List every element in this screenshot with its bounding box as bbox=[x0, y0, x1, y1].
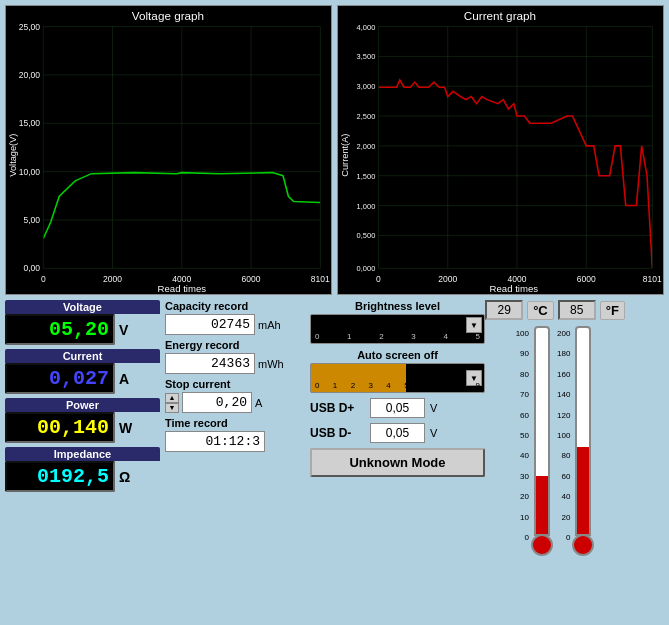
svg-text:25,00: 25,00 bbox=[19, 22, 41, 32]
impedance-metric: Impedance 0192,5 Ω bbox=[5, 447, 160, 492]
center-panel: Brightness level ▼ 0 1 2 3 4 5 Auto scre… bbox=[310, 300, 485, 620]
fahrenheit-bulb bbox=[572, 534, 594, 556]
spinner-down[interactable]: ▼ bbox=[165, 403, 179, 413]
svg-text:0,00: 0,00 bbox=[24, 264, 41, 274]
svg-text:8101: 8101 bbox=[311, 274, 330, 284]
stop-current-label: Stop current bbox=[165, 378, 305, 390]
right-panel: °C °F 100 90 80 70 60 50 40 bbox=[490, 300, 620, 620]
usb-dminus-input[interactable] bbox=[370, 423, 425, 443]
celsius-fill bbox=[536, 476, 548, 534]
celsius-thermometer: 100 90 80 70 60 50 40 30 20 10 0 bbox=[516, 326, 553, 556]
usb-dminus-unit: V bbox=[430, 427, 437, 439]
capacity-label: Capacity record bbox=[165, 300, 305, 312]
capacity-input[interactable] bbox=[165, 314, 255, 335]
svg-text:6000: 6000 bbox=[577, 274, 596, 284]
power-metric: Power 00,140 W bbox=[5, 398, 160, 443]
voltage-metric: Voltage 05,20 V bbox=[5, 300, 160, 345]
celsius-tube bbox=[534, 326, 550, 536]
svg-text:0: 0 bbox=[41, 274, 46, 284]
main-container: Voltage graph Voltage(V) 25,00 2 bbox=[0, 0, 669, 625]
svg-text:15,00: 15,00 bbox=[19, 118, 41, 128]
current-graph-container: Current graph Current(A) 4,000 3 bbox=[337, 5, 664, 295]
svg-text:2,000: 2,000 bbox=[357, 142, 376, 151]
celsius-input[interactable] bbox=[485, 300, 523, 320]
svg-text:6000: 6000 bbox=[242, 274, 261, 284]
svg-text:0: 0 bbox=[376, 274, 381, 284]
brightness-label: Brightness level bbox=[310, 300, 485, 312]
brightness-group: Brightness level ▼ 0 1 2 3 4 5 bbox=[310, 300, 485, 344]
left-panel: Voltage 05,20 V Current 0,027 A Power 00… bbox=[5, 300, 160, 620]
graphs-section: Voltage graph Voltage(V) 25,00 2 bbox=[0, 0, 669, 295]
svg-text:Read times: Read times bbox=[490, 283, 539, 294]
auto-screen-group: Auto screen off ▼ 0 1 2 3 4 5 6 7 8 9 bbox=[310, 349, 485, 393]
current-graph-title: Current graph bbox=[464, 11, 536, 23]
usb-dplus-row: USB D+ V bbox=[310, 398, 485, 418]
impedance-label: Impedance bbox=[5, 447, 160, 461]
stop-current-unit: A bbox=[255, 397, 262, 409]
svg-text:1,500: 1,500 bbox=[357, 172, 376, 181]
current-label: Current bbox=[5, 349, 160, 363]
auto-screen-slider[interactable]: ▼ 0 1 2 3 4 5 6 7 8 9 bbox=[310, 363, 485, 393]
voltage-graph-container: Voltage graph Voltage(V) 25,00 2 bbox=[5, 5, 332, 295]
current-metric: Current 0,027 A bbox=[5, 349, 160, 394]
current-y-label: Current(A) bbox=[338, 134, 349, 177]
impedance-display: 0192,5 bbox=[5, 461, 115, 492]
energy-label: Energy record bbox=[165, 339, 305, 351]
fahrenheit-fill bbox=[577, 447, 589, 534]
celsius-label: °C bbox=[527, 301, 554, 320]
brightness-dropdown[interactable]: ▼ bbox=[466, 317, 482, 333]
svg-text:1,000: 1,000 bbox=[357, 202, 376, 211]
fahrenheit-thermometer: 200 180 160 140 120 100 80 60 40 20 0 bbox=[557, 326, 594, 556]
spinner-up[interactable]: ▲ bbox=[165, 393, 179, 403]
voltage-display: 05,20 bbox=[5, 314, 115, 345]
usb-dminus-label: USB D- bbox=[310, 426, 365, 440]
voltage-label: Voltage bbox=[5, 300, 160, 314]
auto-screen-label: Auto screen off bbox=[310, 349, 485, 361]
stop-current-input[interactable] bbox=[182, 392, 252, 413]
brightness-slider[interactable]: ▼ 0 1 2 3 4 5 bbox=[310, 314, 485, 344]
energy-unit: mWh bbox=[258, 358, 284, 370]
svg-text:0,500: 0,500 bbox=[357, 232, 376, 241]
svg-text:2000: 2000 bbox=[103, 274, 122, 284]
svg-text:0,000: 0,000 bbox=[357, 264, 376, 273]
fahrenheit-tube bbox=[575, 326, 591, 536]
current-unit: A bbox=[119, 371, 129, 387]
time-record-group: Time record bbox=[165, 417, 305, 452]
impedance-unit: Ω bbox=[119, 469, 130, 485]
usb-dplus-label: USB D+ bbox=[310, 401, 365, 415]
svg-rect-0 bbox=[6, 6, 331, 294]
usb-dplus-input[interactable] bbox=[370, 398, 425, 418]
temp-header: °C °F bbox=[490, 300, 620, 320]
svg-text:8101: 8101 bbox=[643, 274, 662, 284]
time-label: Time record bbox=[165, 417, 305, 429]
svg-text:20,00: 20,00 bbox=[19, 70, 41, 80]
capacity-record-group: Capacity record mAh bbox=[165, 300, 305, 335]
svg-text:5,00: 5,00 bbox=[24, 215, 41, 225]
voltage-y-label: Voltage(V) bbox=[6, 134, 17, 177]
svg-text:4,000: 4,000 bbox=[357, 23, 376, 32]
power-display: 00,140 bbox=[5, 412, 115, 443]
svg-text:2000: 2000 bbox=[438, 274, 457, 284]
stop-current-group: Stop current ▲ ▼ A bbox=[165, 378, 305, 413]
svg-text:3,000: 3,000 bbox=[357, 82, 376, 91]
energy-record-group: Energy record mWh bbox=[165, 339, 305, 374]
power-unit: W bbox=[119, 420, 132, 436]
svg-text:2,500: 2,500 bbox=[357, 112, 376, 121]
stop-current-spinner[interactable]: ▲ ▼ bbox=[165, 393, 179, 413]
svg-text:Read times: Read times bbox=[158, 283, 207, 294]
fahrenheit-label: °F bbox=[600, 301, 625, 320]
fahrenheit-input[interactable] bbox=[558, 300, 596, 320]
energy-input[interactable] bbox=[165, 353, 255, 374]
voltage-unit: V bbox=[119, 322, 128, 338]
voltage-graph-title: Voltage graph bbox=[132, 11, 204, 23]
current-display: 0,027 bbox=[5, 363, 115, 394]
usb-dminus-row: USB D- V bbox=[310, 423, 485, 443]
unknown-mode-button[interactable]: Unknown Mode bbox=[310, 448, 485, 477]
power-label: Power bbox=[5, 398, 160, 412]
capacity-unit: mAh bbox=[258, 319, 281, 331]
time-input[interactable] bbox=[165, 431, 265, 452]
usb-dplus-unit: V bbox=[430, 402, 437, 414]
controls-section: Voltage 05,20 V Current 0,027 A Power 00… bbox=[0, 295, 669, 625]
middle-panel: Capacity record mAh Energy record mWh St… bbox=[165, 300, 305, 620]
svg-text:3,500: 3,500 bbox=[357, 53, 376, 62]
